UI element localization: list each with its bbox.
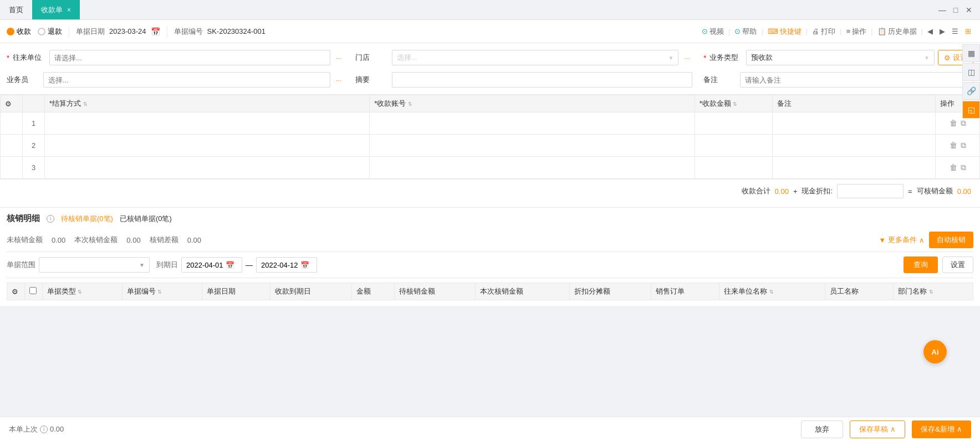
bt-number-sort[interactable]: ⇅	[157, 289, 162, 295]
tab-close-btn[interactable]: ×	[67, 6, 71, 14]
date-value[interactable]: 2023-03-24	[109, 27, 146, 35]
total-label: 收款合计	[742, 186, 770, 196]
btcol-checkbox-header[interactable]	[25, 283, 43, 300]
current-verify-value: 0.00	[126, 236, 140, 244]
row3-copy-icon[interactable]: ⧉	[961, 163, 966, 172]
row1-delete-icon[interactable]: 🗑	[950, 119, 957, 128]
shop-ellipsis[interactable]: ···	[682, 54, 692, 62]
remark-field: 备注	[703, 72, 973, 88]
counterpart-ellipsis[interactable]: ···	[334, 54, 344, 62]
row3-delete-icon[interactable]: 🗑	[950, 163, 957, 172]
help-btn[interactable]: ⊙ 帮助	[732, 25, 759, 38]
abandon-btn[interactable]: 放弃	[801, 421, 843, 438]
shop-select[interactable]: 选择... ▼	[392, 50, 679, 65]
range-select[interactable]: ▼	[39, 257, 150, 273]
biz-type-select[interactable]: 预收款 ▼	[746, 50, 935, 65]
bt-date-label: 单据日期	[207, 287, 236, 295]
row3-remark[interactable]	[772, 157, 935, 179]
verify-title: 核销明细	[7, 213, 40, 224]
right-panel-icon-1[interactable]: ▦	[962, 44, 980, 62]
done-tab[interactable]: 已核销单据(0笔)	[120, 214, 172, 224]
col-account-header: *收款账号 ⇅	[370, 95, 695, 112]
table-section: ⚙ *结算方式 ⇅ *收款账号 ⇅ *收款金额 ⇅	[0, 95, 980, 179]
row2-copy-icon[interactable]: ⧉	[961, 141, 966, 150]
bt-dept-sort[interactable]: ⇅	[929, 289, 933, 295]
right-panel-icon-4[interactable]: ◱	[962, 101, 980, 119]
row1-copy-icon[interactable]: ⧉	[961, 119, 966, 128]
pending-tab[interactable]: 待核销单据(0笔)	[61, 214, 113, 224]
salesperson-input[interactable]	[43, 72, 330, 88]
row1-account[interactable]	[370, 112, 695, 135]
bt-type-label: 单据类型	[47, 287, 76, 295]
calendar-icon[interactable]: 📅	[151, 27, 160, 36]
operation-btn[interactable]: ≡ 操作	[844, 25, 869, 38]
save-draft-btn[interactable]: 保存草稿 ∧	[850, 421, 905, 438]
plus-sign: +	[793, 187, 798, 196]
ai-btn[interactable]: Ai	[923, 340, 947, 363]
radio-refund-dot	[38, 28, 45, 35]
account-sort-icon[interactable]: ⇅	[408, 101, 412, 107]
date-to-input[interactable]: 2022-04-12 📅	[256, 257, 317, 273]
row2-delete-icon[interactable]: 🗑	[950, 141, 957, 150]
btcol-settings-header[interactable]: ⚙	[7, 283, 25, 300]
verify-info-icon[interactable]: i	[47, 215, 54, 223]
footer-info-value: 0.00	[50, 425, 64, 433]
number-value: SK-20230324-001	[207, 27, 266, 35]
select-all-checkbox[interactable]	[29, 287, 37, 294]
video-btn[interactable]: ⊙ 视频	[700, 25, 726, 38]
radio-receive-label: 收款	[17, 27, 31, 37]
shortcut-btn[interactable]: ⌨ 快捷键	[765, 25, 804, 38]
bt-type-sort[interactable]: ⇅	[78, 289, 82, 295]
more-conditions-btn[interactable]: ▼ 更多条件 ∧	[879, 235, 925, 245]
salesperson-ellipsis[interactable]: ···	[334, 76, 344, 84]
right-panel-icon-2[interactable]: ◫	[962, 63, 980, 81]
radio-receive[interactable]: 收款	[7, 27, 31, 37]
summary-label: 摘要	[355, 75, 389, 85]
nav-next-btn[interactable]: ▶	[937, 26, 947, 37]
history-btn[interactable]: 📋 历史单据	[875, 25, 919, 38]
payment-sort-icon[interactable]: ⇅	[83, 101, 88, 107]
bt-counterpart-sort[interactable]: ⇅	[769, 289, 774, 295]
grid-view-btn[interactable]: ⊞	[963, 26, 973, 37]
row3-payment[interactable]	[45, 157, 370, 179]
save-new-btn[interactable]: 保存&新增 ∧	[912, 421, 971, 438]
print-btn[interactable]: 🖨 打印	[810, 25, 838, 38]
row2-amount[interactable]	[695, 135, 772, 157]
row2-action: 🗑 ⧉	[936, 135, 980, 157]
amount-sort-icon[interactable]: ⇅	[733, 101, 737, 107]
calendar-from-icon: 📅	[226, 261, 234, 269]
row1-remark[interactable]	[772, 112, 935, 135]
list-view-btn[interactable]: ☰	[950, 26, 961, 37]
maximize-btn[interactable]: □	[951, 6, 960, 14]
row2-account[interactable]	[370, 135, 695, 157]
filter-settings-btn[interactable]: 设置	[942, 257, 973, 273]
counterpart-input[interactable]	[49, 50, 330, 65]
row1-payment[interactable]	[45, 112, 370, 135]
row2-remark[interactable]	[772, 135, 935, 157]
row1-amount[interactable]	[695, 112, 772, 135]
remark-input[interactable]	[740, 72, 973, 88]
remark-col-label: 备注	[777, 99, 792, 107]
tab-home[interactable]: 首页	[0, 0, 32, 19]
biz-type-value: 预收款	[751, 53, 773, 63]
row3-amount[interactable]	[695, 157, 772, 179]
form-section: * 往来单位 ··· 门店 选择... ▼ ··· * 业	[0, 43, 980, 95]
footer-info-icon[interactable]: i	[40, 425, 48, 433]
col-settings-header[interactable]: ⚙	[1, 95, 23, 112]
row2-payment[interactable]	[45, 135, 370, 157]
tab-active[interactable]: 收款单 ×	[32, 0, 80, 19]
date-from-input[interactable]: 2022-04-01 📅	[181, 257, 242, 273]
radio-refund[interactable]: 退款	[38, 27, 62, 37]
chevron-up-icon: ∧	[919, 236, 925, 244]
discount-input[interactable]	[837, 184, 904, 198]
summary-input[interactable]	[392, 72, 693, 88]
footer-info: 本单上次 i 0.00	[9, 424, 64, 434]
minimize-btn[interactable]: —	[938, 6, 947, 14]
verify-header: 核销明细 i 待核销单据(0笔) 已核销单据(0笔)	[7, 213, 973, 224]
row3-account[interactable]	[370, 157, 695, 179]
right-panel-icon-3[interactable]: 🔗	[962, 82, 980, 100]
auto-verify-btn[interactable]: 自动核销	[929, 232, 973, 248]
nav-prev-btn[interactable]: ◀	[925, 26, 935, 37]
close-btn[interactable]: ✕	[964, 6, 973, 14]
query-btn[interactable]: 查询	[904, 257, 938, 273]
